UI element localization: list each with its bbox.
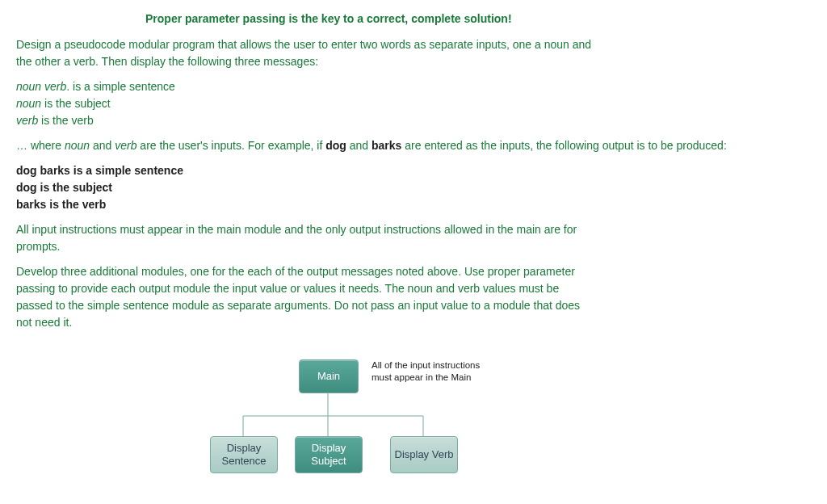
intro-paragraph: Design a pseudocode modular program that…: [16, 36, 598, 70]
pattern-row-3-verb: verb: [16, 114, 38, 127]
chart-annotation: All of the input instructions must appea…: [372, 359, 485, 384]
rule-modules: Develop three additional modules, one fo…: [16, 263, 598, 331]
ex-e: are the user's inputs. For example, if: [136, 139, 325, 152]
ex-b: noun: [65, 139, 90, 152]
pattern-row-3-tail: is the verb: [38, 114, 93, 127]
ex-i: are entered as the inputs, the following…: [401, 139, 726, 152]
ex-a: … where: [16, 139, 65, 152]
pattern-row-3: verb is the verb: [16, 112, 811, 129]
pattern-row-2: noun is the subject: [16, 95, 811, 112]
output-line-1: dog barks is a simple sentence: [16, 162, 811, 179]
ex-f: dog: [325, 139, 346, 152]
pattern-row-1: noun verb. is a simple sentence: [16, 78, 811, 95]
ex-h: barks: [372, 139, 401, 152]
chart-node-main: Main: [299, 359, 359, 393]
rule-input-in-main: All input instructions must appear in th…: [16, 221, 598, 255]
chart-node-display-verb: Display Verb: [390, 436, 458, 473]
sample-output: dog barks is a simple sentence dog is th…: [16, 162, 811, 213]
ex-c: and: [90, 139, 115, 152]
pattern-row-1-noun-verb: noun verb: [16, 80, 66, 93]
header-key-message: Proper parameter passing is the key to a…: [16, 12, 811, 25]
chart-node-display-subject: Display Subject: [295, 436, 363, 473]
output-line-3: barks is the verb: [16, 196, 811, 213]
pattern-row-1-tail: . is a simple sentence: [66, 80, 175, 93]
chart-node-display-sentence: Display Sentence: [210, 436, 278, 473]
pattern-list: noun verb. is a simple sentence noun is …: [16, 78, 811, 129]
pattern-row-2-noun: noun: [16, 97, 41, 110]
output-line-2: dog is the subject: [16, 179, 811, 196]
ex-g: and: [346, 139, 372, 152]
example-lead: … where noun and verb are the user's inp…: [16, 137, 598, 154]
hierarchy-chart: Main Display Sentence Display Subject Di…: [178, 359, 501, 497]
pattern-row-2-tail: is the subject: [41, 97, 111, 110]
ex-d: verb: [115, 139, 136, 152]
